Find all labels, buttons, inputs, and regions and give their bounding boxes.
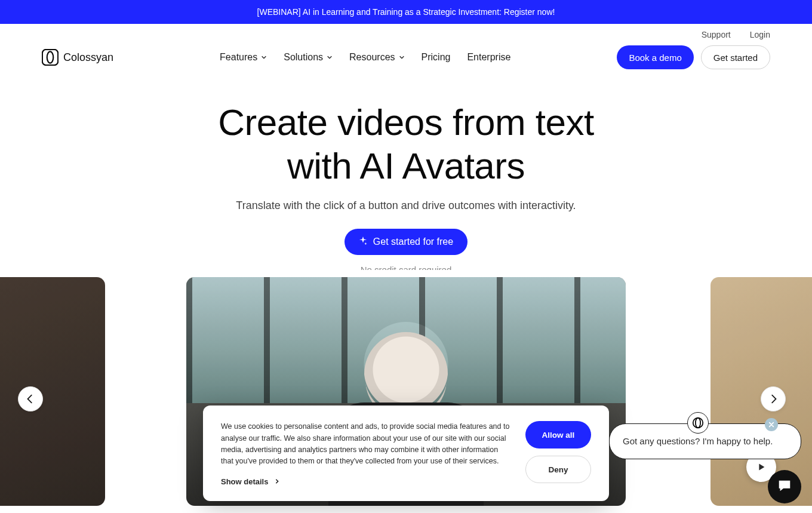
carousel-prev-button[interactable]	[18, 386, 43, 411]
cookie-details-label: Show details	[221, 476, 268, 488]
button-label: Book a demo	[629, 53, 681, 63]
announcement-banner[interactable]: [WEBINAR] AI in Learning and Training as…	[0, 0, 812, 24]
cookie-buttons: Allow all Deny	[525, 421, 591, 488]
login-link[interactable]: Login	[750, 30, 770, 39]
hero-title-line1: Create videos from text	[218, 102, 593, 143]
chat-message: Got any questions? I'm happy to help.	[623, 436, 773, 446]
nav-label: Features	[220, 52, 257, 63]
nav-item-features[interactable]: Features	[220, 52, 267, 63]
svg-point-2	[696, 417, 700, 428]
hero: Create videos from text with AI Avatars …	[0, 69, 812, 275]
cookie-show-details[interactable]: Show details	[221, 476, 280, 488]
book-demo-button[interactable]: Book a demo	[617, 45, 693, 69]
cookie-text-column: We use cookies to personalise content an…	[221, 421, 511, 488]
svg-point-3	[693, 417, 703, 428]
logo-icon	[42, 49, 59, 66]
carousel-next-button[interactable]	[761, 386, 786, 411]
nav-label: Pricing	[422, 52, 451, 63]
get-started-button[interactable]: Get started	[701, 45, 770, 69]
hero-title: Create videos from text with AI Avatars	[0, 100, 812, 188]
chevron-right-icon	[274, 476, 280, 488]
nav-label: Enterprise	[467, 52, 510, 63]
chat-bubble[interactable]: Got any questions? I'm happy to help.	[609, 423, 801, 460]
logo-text: Colossyan	[63, 51, 113, 64]
video-thumbnail	[0, 277, 105, 506]
cookie-banner: We use cookies to personalise content an…	[203, 406, 609, 501]
nav-item-resources[interactable]: Resources	[349, 52, 404, 63]
chevron-down-icon	[327, 52, 333, 63]
chevron-down-icon	[261, 52, 267, 63]
nav-center: Features Solutions Resources Pricing Ent…	[113, 52, 617, 63]
chat-icon	[777, 478, 792, 496]
support-link[interactable]: Support	[702, 30, 731, 39]
button-label: Get started	[713, 53, 758, 63]
hero-subtitle: Translate with the click of a button and…	[0, 199, 812, 212]
sparkle-icon	[359, 236, 367, 247]
top-links: Support Login	[0, 24, 812, 39]
nav-item-solutions[interactable]: Solutions	[284, 52, 333, 63]
announcement-text: [WEBINAR] AI in Learning and Training as…	[257, 7, 555, 17]
logo[interactable]: Colossyan	[42, 49, 113, 66]
navbar: Colossyan Features Solutions Resources P…	[0, 39, 812, 69]
carousel-card-prev	[0, 270, 112, 513]
chat-launcher-button[interactable]	[768, 470, 801, 503]
nav-label: Resources	[349, 52, 395, 63]
svg-point-1	[47, 51, 54, 63]
hero-cta-button[interactable]: Get started for free	[345, 229, 467, 255]
hero-cta-label: Get started for free	[373, 236, 453, 247]
chat-close-button[interactable]	[765, 418, 778, 431]
hero-title-line2: with AI Avatars	[287, 145, 525, 186]
nav-label: Solutions	[284, 52, 323, 63]
video-thumbnail: Product	[710, 277, 812, 506]
nav-actions: Book a demo Get started	[617, 45, 770, 69]
button-label: Deny	[548, 465, 568, 474]
cookie-body: We use cookies to personalise content an…	[221, 421, 511, 468]
nav-item-enterprise[interactable]: Enterprise	[467, 52, 510, 63]
cookie-allow-button[interactable]: Allow all	[525, 421, 591, 449]
button-label: Allow all	[542, 431, 575, 440]
nav-item-pricing[interactable]: Pricing	[422, 52, 451, 63]
chevron-down-icon	[399, 52, 405, 63]
chat-avatar-icon	[687, 412, 709, 434]
cookie-deny-button[interactable]: Deny	[525, 456, 591, 483]
